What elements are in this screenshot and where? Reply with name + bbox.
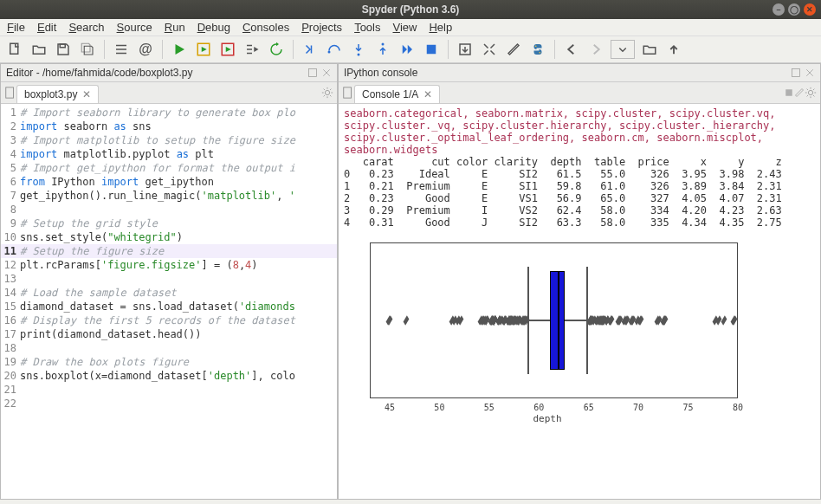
window-title: Spyder (Python 3.6) [362,3,460,16]
code-line[interactable]: 7get_ipython().run_line_magic('matplotli… [1,189,337,203]
window-close-button[interactable]: ✕ [804,3,816,16]
step-into-button[interactable] [349,40,368,59]
table-row: 4 0.31 Good J SI2 63.3 58.0 335 4.34 4.3… [344,216,815,229]
code-line[interactable]: 6from IPython import get_ipython [1,175,337,189]
file-icon [4,87,16,99]
code-line[interactable]: 11# Setup the figure size [1,244,337,258]
stop-debug-button[interactable] [422,40,441,59]
run-cell-advance-button[interactable] [218,40,237,59]
parent-dir-button[interactable] [664,40,683,59]
rerun-button[interactable] [267,40,286,59]
run-cell-button[interactable] [194,40,213,59]
menu-file[interactable]: File [7,21,25,34]
x-tick: 80 [733,403,743,412]
svg-rect-7 [427,45,436,55]
at-icon[interactable]: @ [136,40,155,59]
menu-run[interactable]: Run [165,21,185,34]
code-line[interactable]: 14# Load the sample dataset [1,286,337,300]
code-line[interactable]: 20sns.boxplot(x=diamond_dataset['depth']… [1,369,337,383]
table-row: 1 0.21 Premium E SI1 59.8 61.0 326 3.89 … [344,180,815,192]
svg-rect-16 [785,89,792,96]
outlier-point [403,315,409,325]
close-pane-icon[interactable] [321,68,332,78]
window-maximize-button[interactable]: ◯ [788,3,800,16]
menu-help[interactable]: Help [429,21,452,34]
python-path-button[interactable] [528,40,547,59]
svg-point-4 [328,51,331,54]
stop-kernel-icon[interactable] [784,87,794,98]
svg-rect-1 [60,44,65,48]
code-line[interactable]: 13 [1,272,337,286]
menu-tools[interactable]: Tools [354,21,380,34]
code-editor[interactable]: 1# Import seaborn library to generate bo… [1,104,337,499]
svg-point-17 [808,90,812,94]
svg-rect-0 [10,43,18,54]
open-file-button[interactable] [29,40,48,59]
preferences-button[interactable] [504,40,523,59]
main-menu-bar: FileEditSearchSourceRunDebugConsolesProj… [0,19,821,36]
editor-pane: Editor - /home/fahmida/code/boxplot3.py … [0,63,338,500]
wd-dropdown[interactable] [611,40,635,59]
menu-debug[interactable]: Debug [197,21,230,34]
save-all-button[interactable] [78,40,97,59]
code-line[interactable]: 1# Import seaborn library to generate bo… [1,106,337,120]
code-line[interactable]: 10sns.set_style("whitegrid") [1,230,337,244]
window-titlebar: Spyder (Python 3.6) – ◯ ✕ [0,0,821,19]
code-line[interactable]: 2import seaborn as sns [1,120,337,133]
maximize-button[interactable] [480,40,499,59]
step-over-button[interactable] [325,40,344,59]
x-tick: 70 [633,403,643,412]
code-line[interactable]: 9# Setup the grid style [1,216,337,230]
browse-wd-button[interactable] [640,40,659,59]
menu-edit[interactable]: Edit [37,21,56,34]
step-out-button[interactable] [373,40,392,59]
code-line[interactable]: 5# Import get_ipython for format the out… [1,161,337,175]
svg-point-5 [358,54,360,56]
menu-projects[interactable]: Projects [301,21,342,34]
run-selection-button[interactable] [242,40,262,59]
forward-button[interactable] [586,40,605,59]
continue-button[interactable] [398,40,417,59]
undock-console-icon[interactable] [791,68,801,78]
close-console-tab-icon[interactable]: ✕ [423,88,432,100]
code-line[interactable]: 12plt.rcParams['figure.figsize'] = (8,4) [1,258,337,272]
code-line[interactable]: 18 [1,341,337,355]
undock-icon[interactable] [307,68,318,78]
list-icon[interactable] [112,40,131,59]
console-output[interactable]: seaborn.categorical, seaborn.matrix, sci… [339,104,820,499]
table-header: carat cut color clarity depth table pric… [344,156,815,168]
new-file-button[interactable] [5,40,24,59]
code-line[interactable]: 19# Draw the box plots figure [1,355,337,369]
close-console-icon[interactable] [805,68,815,78]
menu-source[interactable]: Source [117,21,152,34]
code-line[interactable]: 4import matplotlib.pyplot as plt [1,147,337,161]
code-line[interactable]: 17print(diamond_dataset.head()) [1,327,337,341]
clear-console-icon[interactable] [794,87,805,98]
editor-options-icon[interactable] [321,87,333,99]
code-line[interactable]: 22 [1,397,337,410]
menu-view[interactable]: View [392,21,417,34]
save-button[interactable] [54,40,73,59]
editor-tab[interactable]: boxplot3.py ✕ [16,85,99,103]
code-line[interactable]: 16# Display the first 5 records of the d… [1,313,337,327]
run-button[interactable] [170,40,189,59]
console-tab[interactable]: Console 1/A ✕ [354,85,440,103]
svg-rect-12 [6,87,14,98]
code-line[interactable]: 8 [1,203,337,216]
svg-rect-14 [792,69,800,77]
menu-consoles[interactable]: Consoles [242,21,289,34]
back-button[interactable] [562,40,581,59]
code-line[interactable]: 15diamond_dataset = sns.load_dataset('di… [1,300,337,313]
debug-button[interactable] [301,40,320,59]
code-line[interactable]: 21 [1,383,337,397]
svg-rect-15 [344,87,352,98]
x-tick: 75 [683,403,694,412]
menu-search[interactable]: Search [68,21,104,34]
window-minimize-button[interactable]: – [773,3,785,16]
code-line[interactable]: 3# Import matplotlib to setup the figure… [1,133,337,147]
import-button[interactable] [456,40,475,59]
close-tab-icon[interactable]: ✕ [82,88,91,100]
console-options-icon[interactable] [805,87,817,99]
x-tick: 55 [484,403,495,412]
x-tick: 50 [434,403,444,412]
